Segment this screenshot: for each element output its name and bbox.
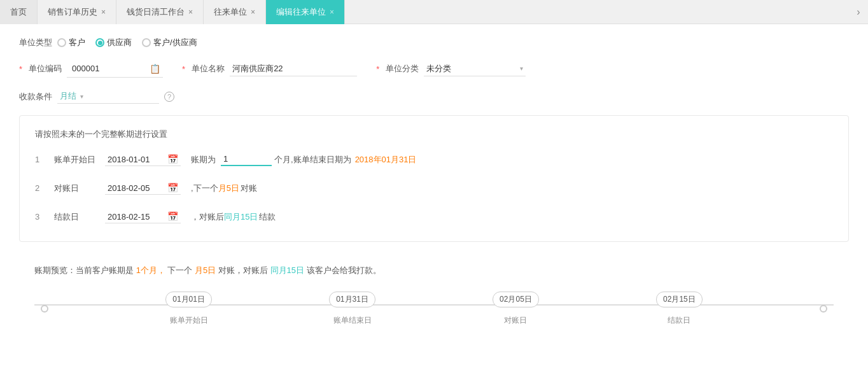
- timeline-dot-start: [41, 305, 48, 313]
- tab-sales-history-close[interactable]: ×: [101, 8, 106, 17]
- payment-dropdown[interactable]: 月结 ▾: [57, 89, 159, 104]
- unit-code-input[interactable]: [69, 61, 146, 76]
- radio-customer[interactable]: 客户: [57, 37, 85, 48]
- unit-name-input[interactable]: [230, 61, 357, 76]
- timeline-label-4: 结款日: [668, 315, 690, 326]
- row-3-calendar-icon[interactable]: 📅: [167, 211, 178, 222]
- unit-code-star: *: [19, 64, 22, 74]
- timeline-point-2: 01月31日 账单结束日: [329, 292, 375, 326]
- row-1-suffix-after: 个月,账单结束日期为: [274, 154, 351, 165]
- unit-name-group: * 单位名称: [182, 61, 357, 76]
- radio-supplier-label: 供应商: [107, 37, 132, 48]
- row-3-label: 结款日: [54, 211, 105, 223]
- row-2-suffix: 对账: [241, 183, 257, 194]
- timeline-point-1: 01月01日 账单开始日: [165, 292, 212, 326]
- row-2-date-input[interactable]: [108, 183, 165, 193]
- radio-both-circle: [142, 38, 151, 47]
- tab-cash-work-label: 钱货日清工作台: [127, 6, 185, 18]
- row-2-num: 2: [35, 183, 54, 193]
- timeline-point-3: 02月05日 对账日: [493, 292, 539, 326]
- unit-code-label: 单位编码: [29, 63, 62, 74]
- row-1-date-input[interactable]: [108, 155, 165, 164]
- tab-edit-partner-label: 编辑往来单位: [276, 6, 326, 18]
- unit-type-label: 单位类型: [19, 37, 52, 48]
- row-1-date-group: 📅: [105, 153, 181, 166]
- tab-home-label: 首页: [10, 6, 27, 18]
- settings-box: 请按照未来的一个完整帐期进行设置 1 账单开始日 📅 账期为 个月,账单结束日期…: [19, 115, 849, 242]
- settings-title: 请按照未来的一个完整帐期进行设置: [35, 129, 833, 140]
- unit-category-label: 单位分类: [386, 63, 419, 74]
- settings-row-3: 3 结款日 📅 ，对账后 同月15日 结款: [35, 210, 833, 223]
- radio-group: 客户 供应商 客户/供应商: [57, 37, 197, 48]
- tab-bar: 首页 销售订单历史 × 钱货日清工作台 × 往来单位 × 编辑往来单位 × ›: [0, 0, 868, 24]
- row-1-highlight: 2018年01月31日: [355, 154, 417, 165]
- timeline-badge-1: 01月01日: [165, 292, 212, 307]
- unit-type-row: 单位类型 客户 供应商 客户/供应商: [19, 37, 849, 48]
- preview-section: 账期预览：当前客户账期是 1个月， 下一个 月5日 对账，对账后 同月15日 该…: [19, 255, 849, 326]
- radio-both[interactable]: 客户/供应商: [142, 37, 197, 48]
- tab-nav-arrow[interactable]: ›: [849, 6, 868, 18]
- row-3-date-input[interactable]: [108, 212, 165, 222]
- tab-sales-history[interactable]: 销售订单历史 ×: [38, 0, 116, 24]
- unit-code-icon[interactable]: 📋: [150, 64, 160, 74]
- unit-type-group: 单位类型 客户 供应商 客户/供应商: [19, 37, 197, 48]
- payment-arrow: ▾: [80, 93, 83, 100]
- tab-partner-close[interactable]: ×: [251, 8, 255, 17]
- radio-supplier[interactable]: 供应商: [95, 37, 132, 48]
- row-3-suffix: 结款: [259, 211, 276, 223]
- radio-both-label: 客户/供应商: [153, 37, 197, 48]
- tab-partner-label: 往来单位: [214, 6, 247, 18]
- unit-code-input-wrapper: 📋: [67, 60, 163, 78]
- tab-cash-work[interactable]: 钱货日清工作台 ×: [116, 0, 204, 24]
- row-2-prefix: ,下一个: [191, 183, 218, 194]
- preview-reconcile-prefix: 下一个: [167, 265, 192, 275]
- row-1-num: 1: [35, 155, 54, 164]
- unit-category-star: *: [376, 64, 379, 74]
- unit-info-row: * 单位编码 📋 * 单位名称 * 单位分类 未分类 ▾: [19, 60, 849, 78]
- tab-edit-partner[interactable]: 编辑往来单位 ×: [266, 0, 345, 24]
- row-3-num: 3: [35, 212, 54, 222]
- timeline-badge-4: 02月15日: [656, 292, 703, 307]
- row-3-highlight: 同月15日: [224, 211, 258, 223]
- unit-name-label: 单位名称: [192, 63, 225, 74]
- unit-category-dropdown[interactable]: 未分类 ▾: [424, 62, 526, 76]
- unit-name-star: *: [182, 64, 185, 74]
- unit-category-value: 未分类: [426, 63, 451, 74]
- payment-help-icon[interactable]: ?: [164, 92, 174, 102]
- preview-text: 账期预览：当前客户账期是 1个月， 下一个 月5日 对账，对账后 同月15日 该…: [34, 265, 834, 276]
- payment-label: 收款条件: [19, 91, 52, 102]
- main-content: 单位类型 客户 供应商 客户/供应商 * 单位编码: [0, 24, 868, 387]
- timeline-points: 01月01日 账单开始日 01月31日 账单结束日 02月05日 对账日 02月…: [41, 292, 827, 326]
- timeline-badge-2: 01月31日: [329, 292, 375, 307]
- tab-edit-partner-close[interactable]: ×: [330, 8, 334, 17]
- row-2-highlight: 月5日: [218, 183, 239, 194]
- tab-cash-work-close[interactable]: ×: [188, 8, 193, 17]
- timeline-label-3: 对账日: [504, 315, 527, 326]
- row-2-label: 对账日: [54, 183, 105, 194]
- unit-code-group: * 单位编码 📋: [19, 60, 163, 78]
- row-2-date-group: 📅: [105, 181, 181, 195]
- timeline-point-4: 02月15日 结款日: [656, 292, 703, 326]
- tab-partner[interactable]: 往来单位 ×: [204, 0, 266, 24]
- row-3-date-group: 📅: [105, 210, 181, 223]
- tab-sales-history-label: 销售订单历史: [48, 6, 97, 18]
- row-3-prefix: ，对账后: [191, 211, 224, 223]
- timeline-end-dot: [820, 305, 827, 313]
- radio-customer-label: 客户: [69, 37, 85, 48]
- unit-category-group: * 单位分类 未分类 ▾: [376, 62, 526, 76]
- timeline-start-dot: [41, 305, 48, 313]
- row-1-period-input[interactable]: [221, 153, 272, 166]
- row-2-calendar-icon[interactable]: 📅: [167, 183, 178, 193]
- tab-home[interactable]: 首页: [0, 0, 38, 24]
- radio-customer-circle: [57, 38, 66, 47]
- payment-row: 收款条件 月结 ▾ ?: [19, 89, 849, 104]
- radio-supplier-circle: [95, 38, 104, 47]
- settings-row-2: 2 对账日 📅 ,下一个 月5日 对账: [35, 181, 833, 195]
- row-1-calendar-icon[interactable]: 📅: [167, 154, 178, 164]
- payment-group: 收款条件 月结 ▾ ?: [19, 89, 174, 104]
- preview-reconcile-suffix: 对账，对账后: [218, 265, 268, 275]
- preview-payment: 同月15日: [270, 265, 304, 275]
- preview-prefix: 账期预览：当前客户账期是: [34, 265, 134, 275]
- payment-value: 月结: [60, 90, 76, 102]
- timeline-dot-end: [820, 305, 827, 313]
